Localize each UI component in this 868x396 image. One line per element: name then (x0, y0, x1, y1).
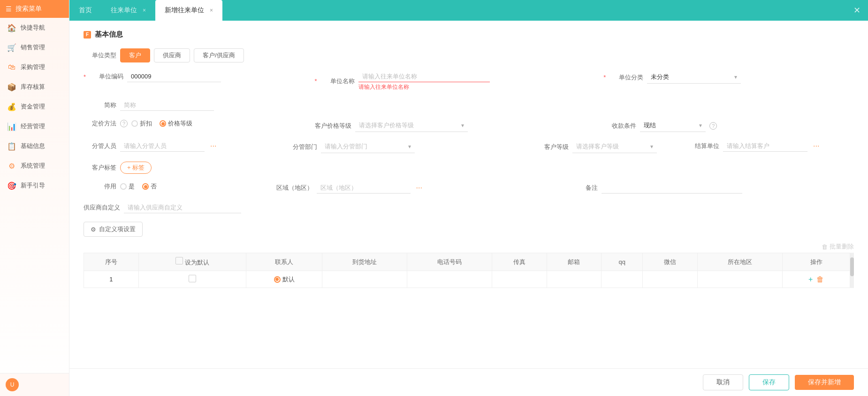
unit-type-customer-button[interactable]: 客户 (120, 48, 150, 62)
short-name-input[interactable] (120, 100, 214, 111)
supplier-custom-row: 供应商自定义 (84, 202, 854, 213)
row-checkbox[interactable] (138, 271, 246, 288)
table-row: 1默认+ 🗑 (84, 271, 850, 288)
section-title: F 基本信息 (84, 30, 854, 39)
customer-level-field: 客户等级 请选择客户等级 ▾ (536, 140, 686, 153)
radio-yes-circle (120, 183, 127, 190)
unit-type-both-button[interactable]: 客户/供应商 (194, 48, 244, 62)
add-tag-button[interactable]: + 标签 (120, 162, 152, 174)
unit-code-input[interactable] (127, 71, 221, 82)
unit-type-group: 客户供应商客户/供应商 (120, 48, 244, 62)
row-default[interactable]: 默认 (246, 271, 322, 288)
customer-level-select[interactable]: 请选择客户等级 ▾ (572, 140, 657, 153)
unit-name-label: 单位名称 (322, 77, 355, 85)
remark-input[interactable] (602, 182, 742, 194)
sidebar-item-finance[interactable]: 💰资金管理 (0, 97, 69, 116)
tab-close-icon[interactable]: × (143, 7, 146, 14)
unit-type-supplier-button[interactable]: 供应商 (154, 48, 190, 62)
table-container: 序号 设为默认联系人到货地址电话号码传真邮箱qq微信所在地区操作1默认+ 🗑 (84, 253, 854, 288)
scrollbar-thumb[interactable] (850, 257, 854, 276)
table-header-7: qq (602, 253, 643, 271)
radio-disable-no[interactable]: 否 (142, 182, 157, 191)
row-cell-8[interactable] (643, 271, 698, 288)
tab-partners[interactable]: 往来单位× (101, 0, 155, 21)
scrollbar[interactable] (850, 253, 854, 288)
unit-type-field: 单位类型 客户供应商客户/供应商 (84, 48, 854, 62)
batch-delete-label[interactable]: 批量删除 (830, 242, 854, 251)
customer-tag-field: 客户标签 + 标签 (84, 162, 854, 174)
region-input[interactable] (317, 182, 411, 194)
sidebar-item-quick-nav[interactable]: 🏠快捷导航 (0, 18, 69, 38)
search-icon: ☰ (6, 5, 12, 13)
batch-delete-area: 🗑 批量删除 (84, 242, 854, 251)
tab-close-icon[interactable]: × (210, 7, 213, 14)
payment-terms-help-icon[interactable]: ? (709, 122, 717, 130)
add-row-button[interactable]: + (807, 274, 814, 284)
manager-more-button[interactable]: ··· (208, 142, 218, 150)
unit-category-label: 单位分类 (610, 73, 643, 82)
manager-input[interactable] (120, 140, 205, 152)
sidebar-item-guide[interactable]: 🎯新手引导 (0, 176, 69, 195)
customer-price-level-select[interactable]: 请选择客户价格等级 ▾ (355, 119, 468, 132)
payment-terms-field: 收款条件 现结 ▾ ? (603, 119, 854, 132)
row-cell-5[interactable] (492, 271, 547, 288)
save-new-button[interactable]: 保存并新增 (795, 375, 854, 390)
sidebar-item-label: 新手引导 (21, 181, 45, 190)
table-header-2: 联系人 (246, 253, 322, 271)
sidebar-item-inventory[interactable]: 📦库存核算 (0, 77, 69, 97)
pricing-row: 定价方法 ? 折扣 价格等级 客户价格等级 请选择客户价格等级 (84, 119, 854, 132)
custom-settings-button[interactable]: ⚙ 自定义项设置 (84, 222, 143, 237)
tab-label: 新增往来单位 (165, 6, 204, 15)
radio-price-level-circle (160, 120, 166, 127)
region-field: 区域（地区） ··· (276, 182, 565, 194)
tab-bar: 首页往来单位×新增往来单位× ✕ (69, 0, 868, 21)
row-cell-4[interactable] (407, 271, 492, 288)
sidebar-item-basic-info[interactable]: 📋基础信息 (0, 136, 69, 156)
short-name-label: 简称 (84, 101, 116, 109)
department-select[interactable]: 请输入分管部门 ▾ (321, 140, 415, 153)
pricing-help-icon[interactable]: ? (120, 120, 128, 127)
radio-discount[interactable]: 折扣 (131, 119, 152, 128)
customer-price-level-label: 客户价格等级 (315, 122, 351, 130)
settlement-unit-input[interactable] (723, 140, 807, 152)
settlement-more-button[interactable]: ··· (811, 142, 821, 150)
sidebar-item-purchase[interactable]: 🛍采购管理 (0, 57, 69, 77)
supplier-custom-input[interactable] (124, 202, 241, 213)
tab-home[interactable]: 首页 (69, 0, 101, 21)
cancel-button[interactable]: 取消 (703, 374, 743, 390)
radio-price-level[interactable]: 价格等级 (160, 119, 192, 128)
row-actions: + 🗑 (783, 271, 850, 288)
delete-row-button[interactable]: 🗑 (815, 274, 825, 284)
row-cell-7[interactable] (602, 271, 643, 288)
sidebar-item-system[interactable]: ⚙系统管理 (0, 156, 69, 176)
row-cell-3[interactable] (322, 271, 407, 288)
row-cell-6[interactable] (547, 271, 602, 288)
row-select-checkbox[interactable] (189, 275, 196, 282)
radio-disable-yes[interactable]: 是 (120, 182, 135, 191)
department-field: 分管部门 请输入分管部门 ▾ (284, 140, 535, 153)
search-menu-button[interactable]: ☰ 搜索菜单 (0, 0, 69, 18)
unit-code-field: * 单位编码 (84, 71, 315, 82)
sidebar-item-operations[interactable]: 📊经营管理 (0, 116, 69, 136)
table-header-0: 序号 (84, 253, 139, 271)
disable-radio-group: 是 否 (120, 182, 157, 191)
select-all-checkbox[interactable] (175, 257, 183, 264)
disable-region-row: 停用 是 否 区域（地区） ··· (84, 182, 854, 194)
unit-category-select[interactable]: 未分类 ▾ (647, 71, 741, 84)
manager-row: 分管人员 ··· 分管部门 请输入分管部门 ▾ 客户等级 请选择客户等级 ▾ (84, 140, 854, 153)
save-button[interactable]: 保存 (749, 374, 789, 390)
payment-terms-select[interactable]: 现结 ▾ (640, 119, 706, 132)
default-radio[interactable] (274, 276, 281, 283)
department-label: 分管部门 (284, 143, 317, 151)
tab-new-partner[interactable]: 新增往来单位× (155, 0, 222, 21)
region-label: 区域（地区） (276, 184, 313, 192)
region-more-button[interactable]: ··· (414, 184, 424, 192)
batch-delete-icon: 🗑 (822, 243, 828, 250)
row-cell-9[interactable] (697, 271, 782, 288)
close-window-button[interactable]: ✕ (853, 5, 860, 16)
sidebar-item-label: 销售管理 (21, 43, 45, 52)
table-header-1: 设为默认 (138, 253, 246, 271)
radio-discount-circle (131, 120, 138, 127)
sidebar-item-sales[interactable]: 🛒销售管理 (0, 38, 69, 57)
unit-name-input[interactable] (358, 71, 490, 82)
